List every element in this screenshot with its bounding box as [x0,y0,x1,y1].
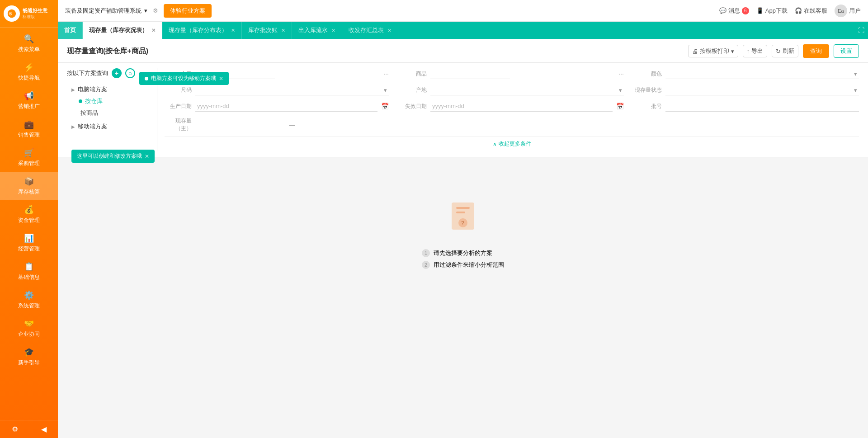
tab-home[interactable]: 首页 [58,22,83,39]
online-support-label: 在线客服 [804,7,827,15]
filter-area: 按以下方案查询 + ○ « 电脑方案可设为移动方案哦 ✕ 这里可 [58,63,868,157]
sidebar-item-search-menu[interactable]: 🔍 搜索菜单 [0,29,58,58]
collapse-up-icon: ∧ [493,141,497,147]
stock-status-input[interactable] [665,85,859,95]
tab-in-out-flow[interactable]: 出入库流水 ✕ [292,22,342,39]
sidebar-item-finance[interactable]: 💰 资金管理 [0,200,58,229]
svg-text:?: ? [461,220,464,226]
sidebar-item-system[interactable]: ⚙️ 系统管理 [0,286,58,314]
color-label: 颜色 [635,70,662,78]
stock-status-filter: 现存量状态 ▾ [635,85,859,95]
collapse-more-button[interactable]: ∧ 收起更多条件 [165,136,859,151]
edit-tooltip-text: 这里可以创建和修改方案哦 [77,152,142,160]
main-content: 装备及固定资产辅助管理系统 ▾ ⚙ 体验行业方案 💬 消息 6 📱 App下载 … [58,0,868,438]
batch-input[interactable] [665,101,859,112]
scheme-tree: ▶ 电脑端方案 按仓库 按商品 [67,84,151,132]
sidebar-item-basic-info[interactable]: 📋 基础信息 [0,257,58,286]
template-print-icon: 🖨 [692,48,698,55]
scheme-mobile[interactable]: ▶ 移动端方案 [71,121,151,132]
settings-footer-icon[interactable]: ⚙ [12,425,18,433]
app-download-button[interactable]: 📱 App下载 [756,7,788,15]
basic-info-icon: 📋 [24,262,34,272]
size-input[interactable] [195,85,389,95]
sidebar-item-label: 采购管理 [18,160,40,167]
page-title: 现存量查询(按仓库+商品) [67,47,148,56]
sidebar-item-label: 营销推广 [18,103,40,110]
warehouse-more-icon[interactable]: ··· [383,70,389,77]
app-download-label: App下载 [765,7,788,15]
online-support-button[interactable]: 🎧 在线客服 [795,7,827,15]
system-name: 装备及固定资产辅助管理系统 [65,7,142,15]
sidebar: 6 畅通好生意 标准版 🔍 搜索菜单 ⚡ 快捷导航 📢 营销推广 💼 销售管理 … [0,0,58,438]
tab-receive-summary[interactable]: 收发存汇总表 ✕ [342,22,398,39]
sidebar-item-sales-mgmt[interactable]: 💼 销售管理 [0,115,58,143]
sidebar-footer: ⚙ ◀ [0,420,58,438]
scheme-desktop-item-1[interactable]: 按仓库 [79,95,151,107]
scheme-desktop-item-2[interactable]: 按商品 [79,107,151,119]
template-print-button[interactable]: 🖨 按模板打印 ▾ [688,45,738,57]
query-button[interactable]: 查询 [803,44,829,58]
export-label: 导出 [751,47,763,55]
goods-label: 商品 [400,70,427,78]
collapse-sidebar-icon[interactable]: ◀ [41,425,47,433]
stock-main-label: 现存量（主） [165,117,192,132]
tab-in-out-flow-close[interactable]: ✕ [331,28,335,33]
tab-inventory-status-close[interactable]: ✕ [151,28,156,33]
sidebar-item-cooperation[interactable]: 🤝 企业协同 [0,314,58,343]
tooltip-scheme-close[interactable]: ✕ [219,75,223,82]
stock-main-to[interactable] [301,119,389,130]
app-download-icon: 📱 [756,7,764,14]
tab-batch-ledger-close[interactable]: ✕ [281,28,285,33]
export-button[interactable]: ↑ 导出 [743,45,768,57]
edit-scheme-button[interactable]: ○ [125,68,135,78]
sidebar-item-label: 系统管理 [18,302,40,310]
scheme-desktop[interactable]: ▶ 电脑端方案 [71,84,151,95]
tab-minimize-icon[interactable]: — [849,27,855,34]
template-print-arrow: ▾ [731,48,734,55]
tab-inventory-status[interactable]: 现存量（库存状况表） ✕ [83,22,162,39]
sidebar-item-guide[interactable]: 🎓 新手引导 [0,343,58,371]
tab-receive-summary-close[interactable]: ✕ [387,28,392,33]
add-scheme-button[interactable]: + [112,68,122,78]
expiry-date-calendar-icon[interactable]: 📅 [616,103,624,110]
user-menu[interactable]: Ea 用户 [835,5,861,17]
sidebar-item-purchase-mgmt[interactable]: 🛒 采购管理 [0,143,58,172]
edit-tooltip-close[interactable]: ✕ [145,153,149,160]
sidebar-item-inventory[interactable]: 📦 库存核算 [0,172,58,200]
message-button[interactable]: 💬 消息 6 [719,7,749,15]
tab-inventory-dist[interactable]: 现存量（库存分布表） ✕ [162,22,242,39]
topbar-gear-icon[interactable]: ⚙ [153,7,158,14]
sidebar-item-quick-nav[interactable]: ⚡ 快捷导航 [0,58,58,86]
origin-input[interactable] [430,85,624,95]
goods-more-icon[interactable]: ··· [618,70,624,77]
sidebar-item-label: 销售管理 [18,131,40,139]
scheme-tooltip: 电脑方案可设为移动方案哦 ✕ [139,72,229,85]
export-icon: ↑ [747,48,750,55]
scheme-mobile-label: 移动端方案 [78,122,107,131]
tooltip-dot [145,77,148,80]
settings-button[interactable]: 设置 [834,44,859,58]
production-date-input[interactable] [195,101,377,112]
logo-icon: 6 [4,5,20,22]
sidebar-item-operations[interactable]: 📊 经营管理 [0,229,58,257]
tab-inventory-dist-close[interactable]: ✕ [231,28,235,33]
sidebar-item-sales-promo[interactable]: 📢 营销推广 [0,86,58,115]
tab-inventory-dist-label: 现存量（库存分布表） [169,26,227,34]
refresh-button[interactable]: ↻ 刷新 [772,45,798,57]
color-input[interactable] [665,68,859,79]
tab-batch-ledger[interactable]: 库存批次账 ✕ [242,22,292,39]
experience-plan-button[interactable]: 体验行业方案 [164,4,212,18]
stock-main-from[interactable] [195,119,284,130]
expiry-date-input[interactable] [430,101,613,112]
expiry-date-filter: 失效日期 📅 [400,101,624,112]
color-filter: 颜色 ▾ [635,68,859,79]
step-1-num: 1 [422,249,430,257]
topbar-system: 装备及固定资产辅助管理系统 ▾ [65,7,147,15]
empty-step-1: 1 请先选择要分析的方案 [422,249,504,257]
tab-receive-summary-label: 收发存汇总表 [349,26,384,34]
production-date-calendar-icon[interactable]: 📅 [381,103,389,110]
tab-maximize-icon[interactable]: ⛶ [858,27,864,34]
goods-input[interactable] [430,68,510,79]
tab-in-out-flow-label: 出入库流水 [298,26,328,34]
message-icon: 💬 [719,7,726,14]
